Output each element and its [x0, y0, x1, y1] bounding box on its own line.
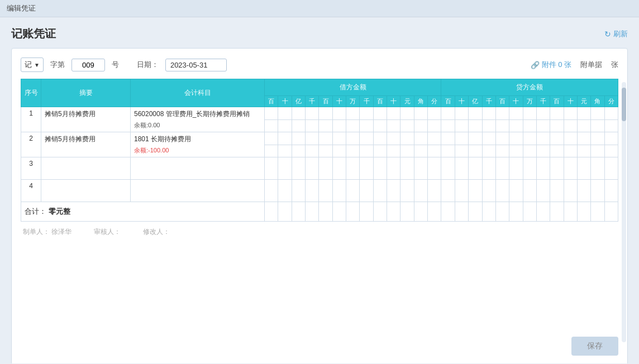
table-row: 4	[21, 180, 618, 202]
seq-4: 4	[21, 180, 41, 202]
th-c-wan: 万	[523, 96, 536, 107]
refresh-button[interactable]: ↻ 刷新	[604, 29, 628, 39]
scrollbar-thumb	[622, 88, 626, 121]
th-c-bai2: 百	[495, 96, 509, 107]
hao-label: 号	[112, 60, 119, 70]
page-header: 记账凭证 ↻ 刷新	[11, 26, 628, 41]
maker-label: 制单人： 徐泽华	[23, 227, 71, 237]
modifier-label: 修改人：	[143, 227, 170, 237]
th-d-yi: 亿	[292, 96, 305, 107]
title-bar-label: 编辑凭证	[7, 4, 36, 12]
reviewer-label: 审核人：	[94, 227, 121, 237]
seq-2: 2	[21, 132, 41, 157]
total-label: 合计： 零元整	[21, 202, 265, 222]
total-row: 合计： 零元整	[21, 202, 618, 222]
seq-1: 1	[21, 107, 41, 132]
th-c-fen: 分	[604, 96, 618, 107]
th-debit: 借方金额	[265, 79, 441, 96]
th-summary: 摘要	[41, 79, 131, 107]
th-d-bai2: 百	[319, 96, 332, 107]
date-label: 日期：	[137, 60, 159, 70]
th-d-shi1: 十	[278, 96, 292, 107]
summary-1[interactable]: 摊销5月待摊费用	[41, 107, 131, 132]
zhang-label: 张	[611, 60, 618, 70]
th-d-shi2: 十	[332, 96, 346, 107]
th-d-jiao: 角	[414, 96, 427, 107]
summary-2[interactable]: 摊销5月待摊费用	[41, 132, 131, 157]
th-d-shi3: 十	[387, 96, 400, 107]
th-c-jiao: 角	[591, 96, 604, 107]
table-row: 1 摊销5月待摊费用 56020008 管理费用_长期待摊费用摊销 余额:0.0…	[21, 107, 618, 120]
zidi-label: 字第	[50, 60, 65, 70]
th-seq: 序号	[21, 79, 41, 107]
table-row: 2 摊销5月待摊费用 1801 长期待摊费用 余额:-100.00	[21, 132, 618, 145]
th-c-shi1: 十	[455, 96, 468, 107]
th-c-qian2: 千	[536, 96, 550, 107]
ji-dropdown-icon: ▼	[34, 62, 40, 68]
refresh-icon: ↻	[604, 30, 611, 39]
th-c-bai3: 百	[550, 96, 564, 107]
table-row: 3	[21, 157, 618, 180]
title-bar: 编辑凭证	[0, 0, 639, 17]
th-account: 会计科目	[131, 79, 265, 107]
th-d-yuan: 元	[400, 96, 414, 107]
th-c-shi3: 十	[564, 96, 577, 107]
page-title: 记账凭证	[11, 26, 56, 41]
th-d-qian2: 千	[360, 96, 373, 107]
date-input[interactable]	[165, 59, 227, 71]
voucher-number-input[interactable]	[71, 59, 105, 71]
scrollbar-track[interactable]	[622, 82, 626, 342]
attachment-area: 🔗 附件 0 张 附单据 张	[531, 60, 618, 70]
th-c-yi: 亿	[469, 96, 482, 107]
voucher-card: 记 ▼ 字第 号 日期： 🔗 附件 0 张 附单据 张 序	[11, 48, 628, 363]
fudan-label[interactable]: 附单据	[580, 60, 602, 70]
footer-row: 制单人： 徐泽华 审核人： 修改人：	[21, 222, 618, 237]
th-c-bai1: 百	[441, 96, 455, 107]
th-c-yuan: 元	[577, 96, 590, 107]
form-row: 记 ▼ 字第 号 日期： 🔗 附件 0 张 附单据 张	[21, 58, 618, 72]
th-d-bai1: 百	[265, 96, 278, 107]
attachment-label: 附件 0 张	[542, 60, 571, 70]
th-c-shi2: 十	[509, 96, 523, 107]
th-d-bai3: 百	[373, 96, 387, 107]
save-button[interactable]: 保存	[571, 337, 618, 356]
summary-3[interactable]	[41, 157, 131, 180]
summary-4[interactable]	[41, 180, 131, 202]
th-credit: 贷方金额	[441, 79, 618, 96]
voucher-table: 序号 摘要 会计科目 借方金额 贷方金额 百 十 亿 千 百 十 万	[21, 79, 618, 222]
attachment-link[interactable]: 🔗 附件 0 张	[531, 60, 571, 70]
account-4[interactable]	[131, 180, 265, 202]
th-d-wan: 万	[346, 96, 360, 107]
th-d-fen: 分	[428, 96, 441, 107]
th-c-qian1: 千	[482, 96, 495, 107]
seq-3: 3	[21, 157, 41, 180]
ji-select[interactable]: 记 ▼	[21, 58, 44, 72]
attachment-icon: 🔗	[531, 61, 540, 69]
th-d-qian1: 千	[306, 96, 319, 107]
account-2[interactable]: 1801 长期待摊费用 余额:-100.00	[131, 132, 265, 157]
account-1[interactable]: 56020008 管理费用_长期待摊费用摊销 余额:0.00	[131, 107, 265, 132]
account-3[interactable]	[131, 157, 265, 180]
ji-label: 记	[25, 60, 32, 70]
